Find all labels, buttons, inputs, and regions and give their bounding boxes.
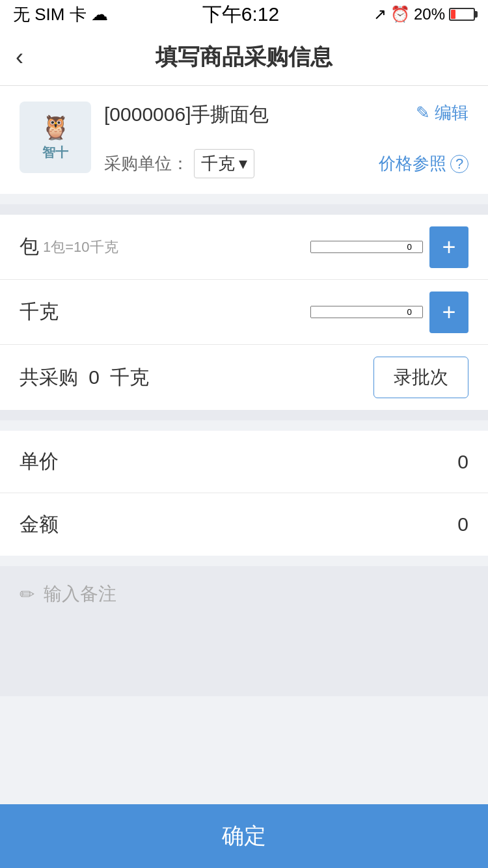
bao-label: 包 [20, 234, 39, 260]
confirm-button[interactable]: 确定 [0, 804, 488, 868]
status-time: 下午6:12 [202, 1, 279, 28]
signal-text: 无 SIM 卡 ☁ [13, 3, 108, 26]
battery-icon [449, 8, 475, 21]
summary-text: 共采购 0 千克 [20, 364, 149, 391]
unit-value: 千克 [201, 152, 235, 175]
total-unit: 千克 [110, 366, 149, 388]
price-ref-label: 价格参照 [379, 152, 446, 175]
edit-label: 编辑 [435, 103, 468, 122]
product-info: [0000006]手撕面包 ✎ 编辑 采购单位： 千克 ▾ 价格参照 ? [104, 102, 468, 178]
section-divider-1 [0, 204, 488, 215]
brand-text: 智十 [42, 144, 68, 161]
pencil-icon: ✏ [20, 584, 34, 605]
edit-icon: ✎ [416, 103, 430, 122]
summary-row: 共采购 0 千克 录批次 [0, 345, 488, 410]
info-icon: ? [450, 155, 468, 173]
section-divider-2 [0, 410, 488, 420]
product-image: 🦉 智十 [20, 102, 91, 173]
record-batch-button[interactable]: 录批次 [373, 357, 468, 398]
edit-button[interactable]: ✎ 编辑 [416, 102, 468, 124]
back-button[interactable]: ‹ [16, 44, 23, 71]
product-card: 🦉 智十 [0000006]手撕面包 ✎ 编辑 采购单位： 千克 ▾ 价格参照 … [0, 86, 488, 194]
info-section: 单价 0 金额 0 [0, 431, 488, 556]
unit-price-value: 0 [457, 451, 468, 473]
unit-price-row: 单价 0 [0, 431, 488, 493]
status-bar: 无 SIM 卡 ☁ 下午6:12 ↗ ⏰ 20% [0, 0, 488, 29]
chevron-down-icon: ▾ [239, 154, 247, 174]
notes-placeholder: 输入备注 [44, 582, 116, 606]
input-section: 包 1包=10千克 + 千克 + [0, 215, 488, 345]
page-title: 填写商品采购信息 [156, 42, 332, 72]
amount-value: 0 [457, 513, 468, 536]
alarm-icon: ⏰ [390, 5, 410, 23]
notes-section[interactable]: ✏ 输入备注 [0, 566, 488, 696]
bao-plus-button[interactable]: + [429, 226, 468, 268]
unit-select[interactable]: 千克 ▾ [194, 149, 254, 178]
bao-input[interactable] [310, 241, 423, 253]
status-left: 无 SIM 卡 ☁ [13, 3, 108, 26]
location-icon: ↗ [373, 5, 386, 23]
bao-sub-label: 1包=10千克 [43, 237, 118, 257]
owl-icon: 🦉 [41, 114, 70, 141]
bao-input-row: 包 1包=10千克 + [0, 215, 488, 280]
kg-label: 千克 [20, 299, 59, 325]
nav-bar: ‹ 填写商品采购信息 [0, 29, 488, 86]
kg-input-row: 千克 + [0, 280, 488, 345]
total-label: 共采购 [20, 366, 78, 388]
unit-label: 采购单位： [104, 152, 189, 175]
product-name: [0000006]手撕面包 [104, 102, 269, 128]
battery-text: 20% [414, 5, 445, 23]
status-right: ↗ ⏰ 20% [373, 5, 475, 23]
total-value: 0 [88, 366, 100, 388]
kg-plus-button[interactable]: + [429, 292, 468, 333]
kg-input[interactable] [310, 306, 423, 318]
unit-price-label: 单价 [20, 448, 59, 475]
amount-row: 金额 0 [0, 493, 488, 556]
price-ref-button[interactable]: 价格参照 ? [379, 152, 468, 175]
amount-label: 金额 [20, 511, 59, 538]
